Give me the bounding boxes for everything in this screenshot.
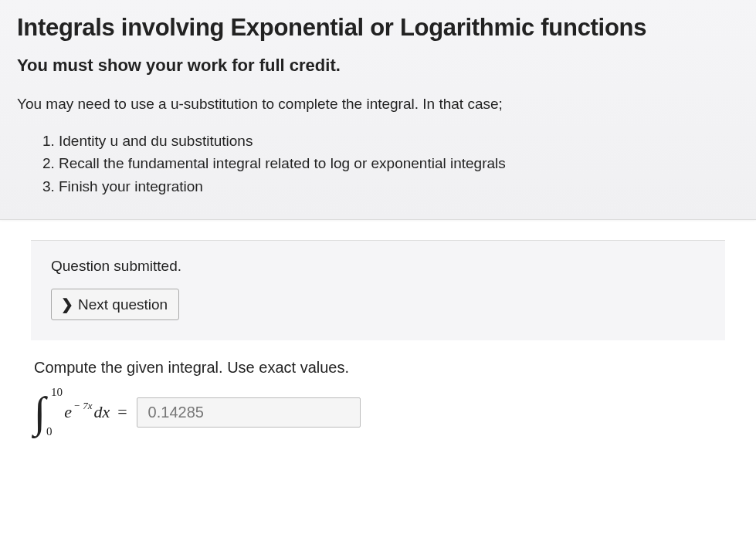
steps-list: Identity u and du substitutions Recall t… — [17, 130, 739, 198]
step-item: Identity u and du substitutions — [59, 130, 739, 152]
answer-input[interactable] — [137, 397, 361, 428]
status-panel: Question submitted. ❯Next question — [31, 240, 725, 340]
step-item: Finish your integration — [59, 175, 739, 198]
integral-symbol-block: ∫ 10 0 — [34, 390, 46, 434]
integrand-base: e — [64, 402, 72, 422]
question-instruction: Compute the given integral. Use exact va… — [34, 359, 722, 377]
integral-icon: ∫ — [34, 390, 46, 434]
intro-text: You may need to use a u-substitution to … — [17, 96, 739, 113]
integral-lower-limit: 0 — [46, 425, 53, 438]
integrand: e− 7xdx — [64, 402, 110, 422]
integrand-exponent: − 7x — [73, 400, 92, 412]
integral-upper-limit: 10 — [51, 386, 63, 399]
next-label: Next question — [78, 296, 168, 313]
equals-sign: = — [117, 402, 127, 422]
status-message: Question submitted. — [51, 258, 705, 275]
equation-row: ∫ 10 0 e− 7xdx = — [34, 390, 739, 434]
header-panel: Integrals involving Exponential or Logar… — [0, 0, 756, 220]
integrand-dx: dx — [93, 402, 110, 422]
content-area: Question submitted. ❯Next question Compu… — [0, 220, 756, 434]
credit-notice: You must show your work for full credit. — [17, 56, 739, 76]
chevron-right-icon: ❯ — [61, 296, 73, 313]
next-question-button[interactable]: ❯Next question — [51, 289, 179, 320]
page-title: Integrals involving Exponential or Logar… — [17, 14, 739, 42]
step-item: Recall the fundamental integral related … — [59, 152, 739, 174]
